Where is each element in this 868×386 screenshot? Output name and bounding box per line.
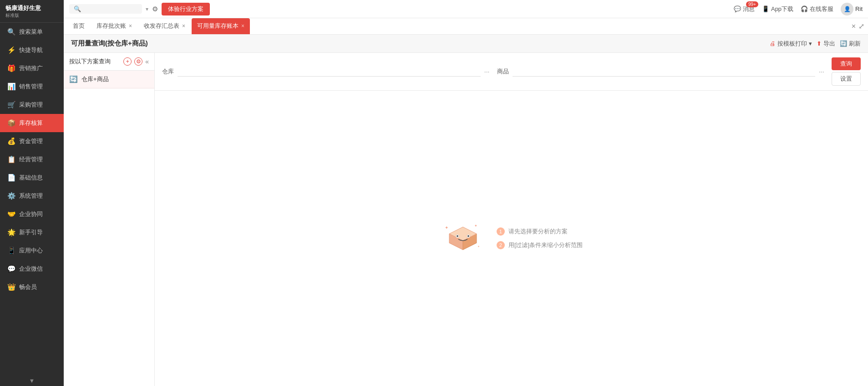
sidebar-item-member[interactable]: 👑 畅会员 <box>0 278 64 296</box>
sidebar-item-finance[interactable]: 💰 资金管理 <box>0 132 64 150</box>
svg-point-6 <box>457 235 458 237</box>
filter-item-label-warehouse_goods: 仓库+商品 <box>81 75 109 83</box>
sidebar-item-label: 企业协同 <box>19 210 43 218</box>
sidebar-scroll[interactable]: 🔍 搜索菜单 ⚡ 快捷导航 🎁 营销推广 📊 销售管理 🛒 采购管理 📦 库存核… <box>0 23 64 376</box>
filter-item-icon-warehouse_goods: 🔄 <box>69 75 78 83</box>
online-service-label: 在线客服 <box>810 5 833 13</box>
sidebar-item-label: 新手引导 <box>19 228 43 237</box>
search-icon: 🔍 <box>74 5 81 12</box>
online-service-button[interactable]: 🎧 在线客服 <box>801 5 833 13</box>
refresh-icon: 🔄 <box>840 40 847 47</box>
tab-home[interactable]: 首页 <box>67 18 90 34</box>
sidebar-item-label: 搜索菜单 <box>19 28 43 36</box>
online-service-icon: 🎧 <box>801 5 808 12</box>
message-icon: 💬 <box>734 5 741 12</box>
tab-label-batch_account: 库存批次账 <box>96 22 126 30</box>
sidebar-item-label: 销售管理 <box>19 82 43 91</box>
main-content: 🔍 ▾ ⚙ 体验行业方案 💬 消息 99+ 📱 App下载 🎧 在线客服 👤 <box>64 0 868 386</box>
sidebar-item-label: 经营管理 <box>19 155 43 164</box>
search-input[interactable] <box>84 6 129 12</box>
refresh-label: 刷新 <box>849 40 861 48</box>
sidebar-item-marketing_promo[interactable]: 🎁 营销推广 <box>0 59 64 77</box>
topbar: 🔍 ▾ ⚙ 体验行业方案 💬 消息 99+ 📱 App下载 🎧 在线客服 👤 <box>64 0 868 18</box>
export-label: 导出 <box>823 40 835 48</box>
user-profile[interactable]: 👤 Rit <box>841 3 863 15</box>
sidebar-marketing_promo-icon: 🎁 <box>7 64 15 72</box>
sidebar-operations-icon: 📋 <box>7 155 15 164</box>
app-download-button[interactable]: 📱 App下载 <box>762 5 793 13</box>
message-button[interactable]: 💬 消息 99+ <box>734 5 755 13</box>
tabs-bar: 首页库存批次账×收发存汇总表×可用量库存账本× × ⤢ <box>64 18 868 35</box>
collapse-panel-icon[interactable]: « <box>145 58 149 65</box>
settings-filter-button[interactable]: ⚙ <box>134 57 142 66</box>
tab-summary[interactable]: 收发存汇总表× <box>138 18 191 34</box>
app-logo: 畅康通好生意 标准版 <box>0 0 64 23</box>
sidebar-item-label: 库存核算 <box>19 119 43 127</box>
goods-label: 商品 <box>497 67 509 76</box>
sidebar-item-label: 企业微信 <box>19 265 43 273</box>
sidebar-item-label: 快捷导航 <box>19 46 43 54</box>
topbar-right: 💬 消息 99+ 📱 App下载 🎧 在线客服 👤 Rit <box>734 3 863 15</box>
sidebar-item-newbie[interactable]: 🌟 新手引导 <box>0 223 64 242</box>
page-header: 可用量查询(按仓库+商品) 🖨 按模板打印 ▾ ⬆ 导出 🔄 刷新 <box>64 35 868 53</box>
export-button[interactable]: ⬆ 导出 <box>817 40 835 48</box>
message-badge: 99+ <box>746 1 758 7</box>
sidebar-item-search[interactable]: 🔍 搜索菜单 <box>0 23 64 41</box>
sidebar-item-wechat[interactable]: 💬 企业微信 <box>0 260 64 278</box>
sidebar-item-purchase[interactable]: 🛒 采购管理 <box>0 96 64 114</box>
sidebar-shortcut-icon: ⚡ <box>7 46 15 54</box>
filter-panel-title: 按以下方案查询 <box>69 57 111 66</box>
sidebar: 畅康通好生意 标准版 🔍 搜索菜单 ⚡ 快捷导航 🎁 营销推广 📊 销售管理 🛒… <box>0 0 64 386</box>
goods-input[interactable] <box>513 67 816 77</box>
topbar-gear-icon[interactable]: ⚙ <box>152 5 158 13</box>
tabs-bar-actions: × ⤢ <box>852 18 864 34</box>
content-area: 按以下方案查询 + ⚙ « 🔄 仓库+商品 仓库 ··· <box>64 53 868 386</box>
sidebar-item-basic_info[interactable]: 📄 基础信息 <box>0 169 64 187</box>
tab-available_ledger[interactable]: 可用量库存账本× <box>192 18 250 34</box>
sidebar-item-enterprise[interactable]: 🤝 企业协同 <box>0 205 64 223</box>
query-button[interactable]: 查询 <box>832 57 861 70</box>
sidebar-item-operations[interactable]: 📋 经营管理 <box>0 150 64 169</box>
add-filter-button[interactable]: + <box>123 57 132 66</box>
sidebar-search-icon: 🔍 <box>7 28 15 36</box>
sidebar-purchase-icon: 🛒 <box>7 101 15 109</box>
empty-step-2: 2 用[过滤]条件来缩小分析范围 <box>497 241 583 249</box>
sidebar-item-label: 采购管理 <box>19 101 43 109</box>
tab-close-batch_account[interactable]: × <box>129 23 132 29</box>
sidebar-item-app_center[interactable]: 📱 应用中心 <box>0 242 64 260</box>
warehouse-more-icon[interactable]: ··· <box>484 68 490 75</box>
filter-panel: 按以下方案查询 + ⚙ « 🔄 仓库+商品 <box>64 53 155 386</box>
sidebar-item-sales[interactable]: 📊 销售管理 <box>0 77 64 96</box>
step-2-text: 用[过滤]条件来缩小分析范围 <box>508 241 583 249</box>
sidebar-item-inventory[interactable]: 📦 库存核算 <box>0 114 64 132</box>
warehouse-input[interactable] <box>178 67 481 77</box>
settings-button[interactable]: 设置 <box>832 72 861 86</box>
empty-instructions: 1 请先选择要分析的方案 2 用[过滤]条件来缩小分析范围 <box>497 227 583 249</box>
app-logo-sub: 标准版 <box>5 12 58 19</box>
filter-panel-header: 按以下方案查询 + ⚙ « <box>64 53 154 71</box>
sidebar-item-label: 基础信息 <box>19 174 43 182</box>
topbar-dropdown-icon[interactable]: ▾ <box>146 6 148 12</box>
sidebar-newbie-icon: 🌟 <box>7 228 15 237</box>
filter-item-warehouse_goods[interactable]: 🔄 仓库+商品 <box>64 71 154 88</box>
refresh-button[interactable]: 🔄 刷新 <box>840 40 861 48</box>
tab-close-available_ledger[interactable]: × <box>241 23 244 29</box>
goods-more-icon[interactable]: ··· <box>819 68 824 75</box>
sidebar-scroll-down[interactable]: ▼ <box>0 376 64 386</box>
print-dropdown-icon[interactable]: ▾ <box>809 40 812 47</box>
warehouse-filter-field: 仓库 ··· <box>162 67 490 77</box>
tab-batch_account[interactable]: 库存批次账× <box>91 18 137 34</box>
empty-step-1: 1 请先选择要分析的方案 <box>497 227 583 236</box>
sidebar-item-label: 畅会员 <box>19 283 37 291</box>
query-actions: 查询 设置 <box>832 57 861 86</box>
industry-solution-button[interactable]: 体验行业方案 <box>162 3 210 15</box>
query-filters-row: 仓库 ··· 商品 ··· 查询 设置 <box>155 53 868 91</box>
svg-text:✦: ✦ <box>477 245 480 248</box>
tab-close-summary[interactable]: × <box>182 23 185 29</box>
close-tab-button[interactable]: × <box>852 22 856 31</box>
print-template-button[interactable]: 🖨 按模板打印 ▾ <box>770 40 812 48</box>
sidebar-item-shortcut[interactable]: ⚡ 快捷导航 <box>0 41 64 59</box>
sidebar-item-system[interactable]: ⚙️ 系统管理 <box>0 187 64 205</box>
expand-tab-button[interactable]: ⤢ <box>858 22 864 31</box>
tab-label-summary: 收发存汇总表 <box>144 22 179 30</box>
